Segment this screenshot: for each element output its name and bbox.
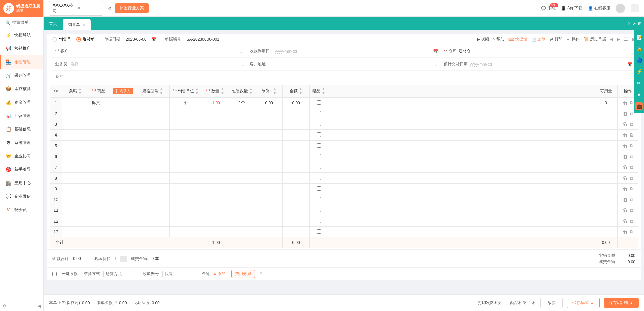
row-barcode[interactable]: [62, 205, 89, 216]
row-amount[interactable]: [282, 173, 309, 184]
copy-row-icon[interactable]: ⧉: [630, 100, 633, 106]
row-pack-qty[interactable]: 1个: [229, 98, 256, 108]
row-price[interactable]: 0.00: [256, 98, 282, 108]
right-panel-icon-4[interactable]: ⚡: [635, 68, 643, 75]
row-unit[interactable]: [170, 119, 202, 130]
gift-checkbox[interactable]: [317, 132, 321, 137]
row-amount[interactable]: [282, 184, 309, 194]
row-gift[interactable]: [309, 173, 328, 184]
method-dots[interactable]: ...: [134, 272, 137, 276]
account-dots[interactable]: ...: [193, 272, 196, 276]
row-barcode[interactable]: [62, 98, 89, 108]
row-product[interactable]: [89, 216, 136, 227]
app-download-btn[interactable]: 📱 App下载: [561, 5, 582, 11]
save-draft-btn[interactable]: 保存草稿 ▲: [567, 298, 600, 308]
row-gift[interactable]: [309, 108, 328, 119]
row-pack-qty[interactable]: [229, 162, 256, 173]
payment-date-calendar-icon[interactable]: 📅: [433, 49, 438, 54]
delete-row-icon[interactable]: 🗑: [623, 176, 628, 181]
row-amount[interactable]: [282, 216, 309, 227]
sidebar-item-wechat[interactable]: 💬 企业微信: [0, 190, 43, 203]
row-amount[interactable]: [282, 141, 309, 151]
tab-sales-order[interactable]: 销售单 ×: [63, 19, 91, 30]
row-qty[interactable]: [202, 194, 229, 205]
right-panel-icon-orange[interactable]: 💼: [635, 102, 643, 110]
row-pack-qty[interactable]: [229, 216, 256, 227]
row-pack-qty[interactable]: [229, 184, 256, 194]
row-amount[interactable]: [282, 130, 309, 141]
row-gift[interactable]: [309, 151, 328, 162]
toolbar-shortcut[interactable]: ⌨ 快捷键: [508, 36, 527, 42]
price-info-icon[interactable]: ℹ: [270, 89, 272, 93]
copy-row-icon[interactable]: ⧉: [630, 175, 633, 181]
row-product[interactable]: [89, 130, 136, 141]
row-amount[interactable]: [282, 108, 309, 119]
row-qty[interactable]: [202, 173, 229, 184]
row-barcode[interactable]: [62, 119, 89, 130]
footer-equal[interactable]: =: [120, 256, 127, 262]
grid-view-icon[interactable]: ⊞: [638, 21, 641, 26]
row-price[interactable]: [256, 130, 282, 141]
row-spec[interactable]: [136, 108, 170, 119]
delivery-calendar-icon[interactable]: 📅: [628, 62, 633, 67]
row-gift[interactable]: [309, 194, 328, 205]
gift-checkbox[interactable]: [317, 143, 321, 148]
row-amount[interactable]: [282, 151, 309, 162]
gear-settings-icon[interactable]: ⚙: [3, 304, 6, 308]
row-gift[interactable]: [309, 130, 328, 141]
row-qty[interactable]: [202, 205, 229, 216]
delete-row-icon[interactable]: 🗑: [623, 165, 628, 170]
row-amount[interactable]: 0.00: [282, 98, 309, 108]
row-gift[interactable]: [309, 119, 328, 130]
right-panel-icon-5[interactable]: ✏: [635, 79, 643, 87]
close-window-icon[interactable]: ×: [628, 21, 631, 27]
radio-return[interactable]: 退货单: [76, 36, 95, 42]
sidebar-item-purchase[interactable]: 🛒 采购管理: [0, 69, 43, 82]
method-input[interactable]: [103, 271, 130, 277]
notification-btn[interactable]: 💬 消息 99+: [541, 5, 556, 11]
company-selector[interactable]: XXXXXX公司 ▼: [49, 1, 103, 16]
row-product[interactable]: [89, 108, 136, 119]
copy-row-icon[interactable]: ⧉: [630, 207, 633, 213]
radio-sales[interactable]: 销售单: [52, 36, 71, 42]
row-unit[interactable]: [170, 108, 202, 119]
online-service-btn[interactable]: 👤 在线客服: [588, 5, 610, 11]
payment-help-icon[interactable]: ?: [260, 272, 262, 276]
delete-row-icon[interactable]: 🗑: [623, 154, 628, 159]
row-gift[interactable]: [309, 98, 328, 108]
notes-field[interactable]: 备注: [52, 71, 635, 83]
row-price[interactable]: [256, 173, 282, 184]
customer-dots[interactable]: ...: [239, 49, 242, 54]
customer-address-field[interactable]: 客户地址 ...: [247, 58, 441, 71]
sidebar-item-member[interactable]: V 畅会员: [0, 203, 43, 217]
discard-btn[interactable]: 放弃: [540, 298, 563, 308]
row-barcode[interactable]: [62, 173, 89, 184]
copy-row-icon[interactable]: ⧉: [630, 186, 633, 192]
row-amount[interactable]: [282, 119, 309, 130]
row-price[interactable]: [256, 151, 282, 162]
user-avatar[interactable]: [616, 4, 625, 13]
row-gift[interactable]: [309, 184, 328, 194]
sidebar-item-basic[interactable]: 📋 基础信息: [0, 122, 43, 136]
nav-prev-icon[interactable]: ◀: [610, 37, 613, 42]
row-gift[interactable]: [309, 141, 328, 151]
row-unit[interactable]: 个: [170, 98, 202, 108]
row-product[interactable]: [89, 119, 136, 130]
row-price[interactable]: [256, 227, 282, 237]
sidebar-item-system[interactable]: ⚙ 系统管理: [0, 136, 43, 149]
row-barcode[interactable]: [62, 216, 89, 227]
row-spec[interactable]: [136, 151, 170, 162]
row-pack-qty[interactable]: [229, 194, 256, 205]
gift-checkbox[interactable]: [317, 111, 321, 115]
nav-next-icon[interactable]: ▶: [617, 37, 620, 42]
row-pack-qty[interactable]: [229, 130, 256, 141]
row-pack-qty[interactable]: [229, 141, 256, 151]
row-spec[interactable]: [136, 98, 170, 108]
row-barcode[interactable]: [62, 130, 89, 141]
row-gift[interactable]: [309, 216, 328, 227]
sidebar-item-finance[interactable]: 💰 资金管理: [0, 95, 43, 109]
header-gear-icon[interactable]: ⚙: [106, 5, 113, 12]
sidebar-item-marketing[interactable]: 📢 营销推广: [0, 42, 43, 55]
sidebar-item-sales[interactable]: 🏪 销售管理: [0, 55, 43, 69]
row-product[interactable]: 拆贡: [89, 98, 136, 108]
